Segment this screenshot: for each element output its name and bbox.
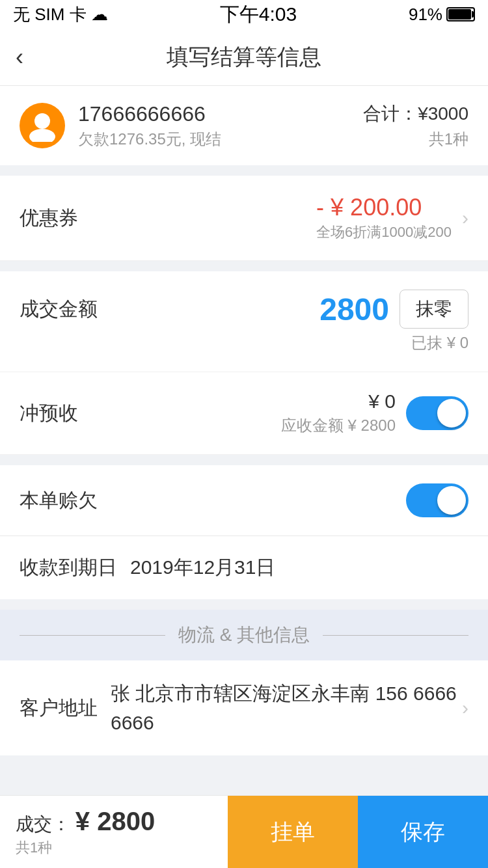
divider-2 [0,455,488,465]
logistics-line-right [323,635,468,636]
logistics-label: 物流 & 其他信息 [178,623,310,647]
prepay-label: 冲预收 [20,400,78,427]
deal-amount-section: 成交金额 2800 抹零 已抹 ¥ 0 [0,271,488,372]
svg-point-1 [29,129,55,142]
status-left: 无 SIM 卡 ☁ [13,3,108,26]
total-count: 共1种 [363,129,468,150]
address-label: 客户地址 [20,695,98,722]
bad-debt-toggle[interactable] [406,483,468,517]
main-content: 17666666666 欠款1276.35元, 现结 合计：¥3000 共1种 … [0,86,488,868]
prepay-amount: ¥ 0 [281,390,396,413]
address-section[interactable]: 客户地址 张 北京市市辖区海淀区永丰南 156 6666 6666 › [0,660,488,755]
bottom-summary: 成交： ¥ 2800 共1种 [0,807,228,858]
chevron-right-icon: › [462,207,468,229]
erase-button[interactable]: 抹零 [400,290,468,329]
hold-button[interactable]: 挂单 [228,796,358,869]
logistics-line-left [20,635,165,636]
coupon-row[interactable]: 优惠券 - ¥ 200.00 全场6折满1000减200 › [0,176,488,261]
divider-4 [0,599,488,610]
nav-bar: ‹ 填写结算等信息 [0,29,488,86]
logistics-header: 物流 & 其他信息 [0,610,488,660]
amount-right: 2800 抹零 [319,290,468,329]
coupon-desc: 全场6折满1000减200 [316,223,452,242]
coupon-label: 优惠券 [20,205,78,232]
back-button[interactable]: ‹ [16,44,23,71]
due-date-section: 收款到期日 2019年12月31日 [0,536,488,599]
battery-icon [446,7,475,21]
address-value: 张 北京市市辖区海淀区永丰南 156 6666 6666 [111,679,462,737]
customer-card: 17666666666 欠款1276.35元, 现结 合计：¥3000 共1种 [0,86,488,165]
total-amount: 合计：¥3000 [363,102,468,126]
user-icon [26,109,59,142]
prepay-section: 冲预收 ¥ 0 应收金额 ¥ 2800 [0,372,488,455]
save-button[interactable]: 保存 [358,796,488,869]
customer-left: 17666666666 欠款1276.35元, 现结 [20,102,221,150]
amount-value: 2800 [319,292,389,327]
amount-label: 成交金额 [20,296,98,323]
prepay-values: ¥ 0 应收金额 ¥ 2800 [281,390,396,436]
amount-sub: 已抹 ¥ 0 [20,332,468,353]
svg-point-0 [34,113,50,129]
divider-1 [0,261,488,271]
coupon-value: - ¥ 200.00 [316,194,452,221]
deal-prefix: 成交： [16,814,70,834]
coupon-value-container: - ¥ 200.00 全场6折满1000减200 [316,194,452,242]
avatar [20,103,65,148]
prepay-right: ¥ 0 应收金额 ¥ 2800 [281,390,468,436]
prepay-toggle[interactable] [406,396,468,430]
page-title: 填写结算等信息 [167,42,321,72]
customer-phone: 17666666666 [78,102,221,126]
due-date-value: 2019年12月31日 [130,554,275,581]
bottom-bar: 成交： ¥ 2800 共1种 挂单 保存 [0,795,488,868]
status-right: 91% [409,5,475,25]
status-bar: 无 SIM 卡 ☁ 下午4:03 91% [0,0,488,29]
coupon-right: - ¥ 200.00 全场6折满1000减200 › [316,194,468,242]
battery-percent: 91% [409,5,442,25]
status-time: 下午4:03 [220,1,297,28]
bad-debt-label: 本单赊欠 [20,487,98,514]
prepay-row: 冲预收 ¥ 0 应收金额 ¥ 2800 [20,390,468,436]
prepay-sub: 应收金额 ¥ 2800 [281,415,396,436]
due-date-label: 收款到期日 [20,554,117,581]
amount-row: 成交金额 2800 抹零 [20,290,468,329]
customer-right: 合计：¥3000 共1种 [363,102,468,150]
address-chevron-icon: › [462,697,468,719]
sim-text: 无 SIM 卡 ☁ [13,3,108,26]
bottom-amount: ¥ 2800 [75,807,155,835]
customer-info: 17666666666 欠款1276.35元, 现结 [78,102,221,150]
bottom-deal-label: 成交： ¥ 2800 [16,807,212,837]
bottom-count: 共1种 [16,838,212,858]
bad-debt-section: 本单赊欠 [0,465,488,536]
customer-debt: 欠款1276.35元, 现结 [78,129,221,150]
